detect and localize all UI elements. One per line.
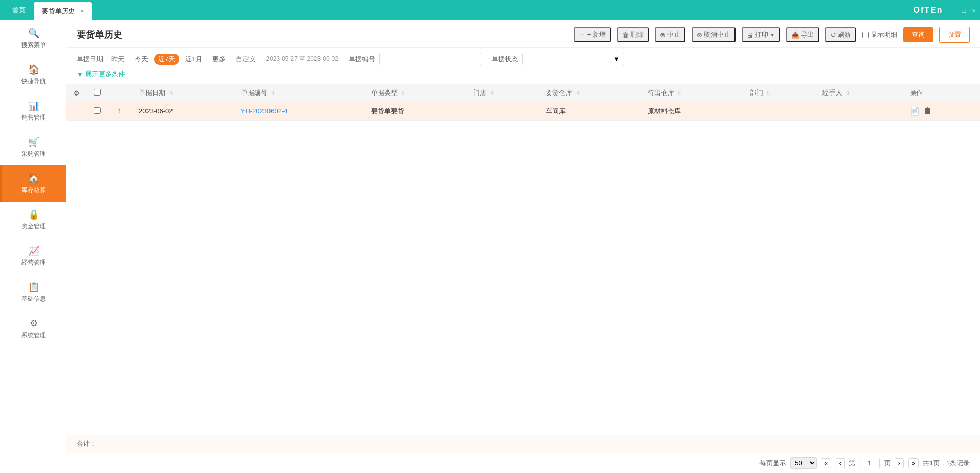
inventory-icon: 🏠 xyxy=(28,173,39,184)
new-label: + 新增 xyxy=(587,30,606,39)
date-btn-yesterday[interactable]: 昨天 xyxy=(107,54,129,65)
dept-sort-icon[interactable]: ⇅ xyxy=(766,90,770,96)
delete-label: 删除 xyxy=(630,30,644,39)
column-settings-icon[interactable]: ⚙ xyxy=(74,89,80,97)
sidebar-item-purchase-mgmt[interactable]: 🛒 采购管理 xyxy=(0,129,66,165)
page-unit: 页 xyxy=(884,459,891,468)
window-close-icon[interactable]: × xyxy=(972,7,976,14)
billno-sort-icon[interactable]: ⇅ xyxy=(271,90,275,96)
sales-mgmt-icon: 📊 xyxy=(28,100,39,111)
expand-label: 展开更多条件 xyxy=(85,69,125,79)
page-label: 第 xyxy=(849,459,855,468)
pendingwh-sort-icon[interactable]: ⇅ xyxy=(677,90,681,96)
tab-bill-history[interactable]: 要货单历史 × xyxy=(34,2,92,20)
summary-label: 合计： xyxy=(77,440,96,447)
sidebar-item-quick-nav[interactable]: 🏠 快捷导航 xyxy=(0,57,66,93)
date-btn-1month[interactable]: 近1月 xyxy=(181,54,206,65)
stop-icon: ⊗ xyxy=(660,31,666,39)
bill-no-filter: 单据编号 xyxy=(349,53,481,65)
sidebar-item-basic-info-label: 基础信息 xyxy=(21,295,46,303)
row-edit-icon[interactable]: 📄 xyxy=(910,106,920,116)
date-btn-7days[interactable]: 近7天 xyxy=(154,54,179,65)
sidebar-item-system-mgmt[interactable]: ⚙ 系统管理 xyxy=(0,311,66,347)
next-page-btn[interactable]: › xyxy=(895,458,904,468)
expand-more-btn[interactable]: ▼ 展开更多条件 xyxy=(77,69,970,79)
sidebar-item-sales-mgmt[interactable]: 📊 销售管理 xyxy=(0,93,66,129)
date-btn-today[interactable]: 今天 xyxy=(131,54,152,65)
cancel-stop-label: 取消中止 xyxy=(704,30,730,39)
th-handler: 经手人 ⇅ xyxy=(816,84,903,102)
data-table: ⚙ 单据日期 ⇅ 单据编号 ⇅ xyxy=(66,84,980,121)
row-store xyxy=(467,102,540,121)
setting-button[interactable]: 设置 xyxy=(939,27,970,43)
handler-sort-icon[interactable]: ⇅ xyxy=(846,90,850,96)
export-button[interactable]: 📤 导出 xyxy=(786,27,819,42)
bill-status-dropdown-icon: ▼ xyxy=(613,55,620,63)
page-title: 要货单历史 xyxy=(77,29,122,41)
sidebar-item-inventory-label: 库存核算 xyxy=(21,186,46,195)
th-checkbox xyxy=(87,84,107,102)
th-bill-no: 单据编号 ⇅ xyxy=(235,84,365,102)
new-button[interactable]: ＋ + 新增 xyxy=(574,27,611,42)
date-btn-more[interactable]: 更多 xyxy=(208,54,230,65)
export-label: 导出 xyxy=(801,30,814,39)
row-pending-warehouse: 原材料仓库 xyxy=(642,102,744,121)
finance-mgmt-icon: 🔒 xyxy=(28,209,39,220)
sidebar-item-operations-mgmt[interactable]: 📈 经营管理 xyxy=(0,238,66,274)
display-detail-toggle[interactable]: 显示明细 xyxy=(862,30,897,39)
page-input[interactable] xyxy=(860,458,880,468)
sidebar-item-basic-info[interactable]: 📋 基础信息 xyxy=(0,274,66,311)
tab-bill-history-label: 要货单历史 xyxy=(42,7,75,16)
th-bill-type: 单据类型 ⇅ xyxy=(365,84,467,102)
delete-button[interactable]: 🗑 删除 xyxy=(617,27,649,42)
table-container: ⚙ 单据日期 ⇅ 单据编号 ⇅ xyxy=(66,84,980,435)
row-index: 1 xyxy=(107,102,133,121)
sidebar-item-finance-mgmt[interactable]: 🔒 资金管理 xyxy=(0,202,66,238)
bill-status-select[interactable]: ▼ xyxy=(522,53,624,65)
sidebar-item-search-menu[interactable]: 🔍 搜索菜单 xyxy=(0,20,66,57)
cancel-stop-button[interactable]: ⊗ 取消中止 xyxy=(692,27,736,42)
sidebar-item-operations-mgmt-label: 经营管理 xyxy=(21,258,46,267)
sidebar-item-purchase-mgmt-label: 采购管理 xyxy=(21,150,46,158)
last-page-btn[interactable]: » xyxy=(908,458,919,468)
reqwh-sort-icon[interactable]: ⇅ xyxy=(576,90,580,96)
sidebar-item-inventory[interactable]: 🏠 库存核算 xyxy=(0,165,66,202)
row-delete-icon[interactable]: 🗑 xyxy=(924,106,932,116)
row-select-checkbox[interactable] xyxy=(94,107,101,114)
billtype-sort-icon[interactable]: ⇅ xyxy=(401,90,405,96)
date-sort-icon[interactable]: ⇅ xyxy=(169,90,173,96)
query-button[interactable]: 查询 xyxy=(903,27,933,42)
per-page-select[interactable]: 50 100 xyxy=(790,457,817,469)
row-bill-type: 要货单要货 xyxy=(365,102,467,121)
first-page-btn[interactable]: « xyxy=(821,458,831,468)
page-header: 要货单历史 ＋ + 新增 🗑 删除 ⊗ 中止 ⊗ 取消中止 xyxy=(66,20,980,48)
tab-list: 首页 要货单历史 × xyxy=(4,0,92,20)
display-detail-checkbox[interactable] xyxy=(862,32,869,38)
date-btn-custom[interactable]: 自定义 xyxy=(232,54,260,65)
date-filter: 单据日期 昨天 今天 近7天 近1月 更多 自定义 2023-05-27 至 2… xyxy=(77,54,338,65)
window-minimize-icon[interactable]: — xyxy=(949,7,956,14)
purchase-mgmt-icon: 🛒 xyxy=(28,136,39,148)
table-body: 1 2023-06-02 YH-20230602-4 要货单要货 车间库 原材料… xyxy=(66,102,980,121)
print-button[interactable]: 🖨 打印 ▼ xyxy=(742,27,780,42)
sidebar-item-finance-mgmt-label: 资金管理 xyxy=(21,222,46,231)
th-date: 单据日期 ⇅ xyxy=(133,84,235,102)
main-layout: 🔍 搜索菜单 🏠 快捷导航 📊 销售管理 🛒 采购管理 🏠 库存核算 🔒 资金管… xyxy=(0,20,980,473)
delete-icon: 🗑 xyxy=(622,31,629,39)
refresh-label: 刷新 xyxy=(838,30,851,39)
refresh-button[interactable]: ↺ 刷新 xyxy=(825,27,856,42)
tab-home[interactable]: 首页 xyxy=(4,0,34,20)
print-dropdown-icon: ▼ xyxy=(770,32,775,38)
bill-no-input[interactable] xyxy=(379,53,481,65)
prev-page-btn[interactable]: ‹ xyxy=(836,458,845,468)
expand-icon: ▼ xyxy=(77,70,83,78)
select-all-checkbox[interactable] xyxy=(94,89,101,96)
date-filter-label: 单据日期 xyxy=(77,55,103,64)
bill-no-link[interactable]: YH-20230602-4 xyxy=(241,107,288,115)
store-sort-icon[interactable]: ⇅ xyxy=(489,90,494,96)
sidebar-item-quick-nav-label: 快捷导航 xyxy=(21,77,46,86)
tab-close-icon[interactable]: × xyxy=(80,8,84,15)
stop-button[interactable]: ⊗ 中止 xyxy=(655,27,685,42)
per-page-label: 每页显示 xyxy=(760,459,786,468)
window-maximize-icon[interactable]: □ xyxy=(962,7,966,14)
